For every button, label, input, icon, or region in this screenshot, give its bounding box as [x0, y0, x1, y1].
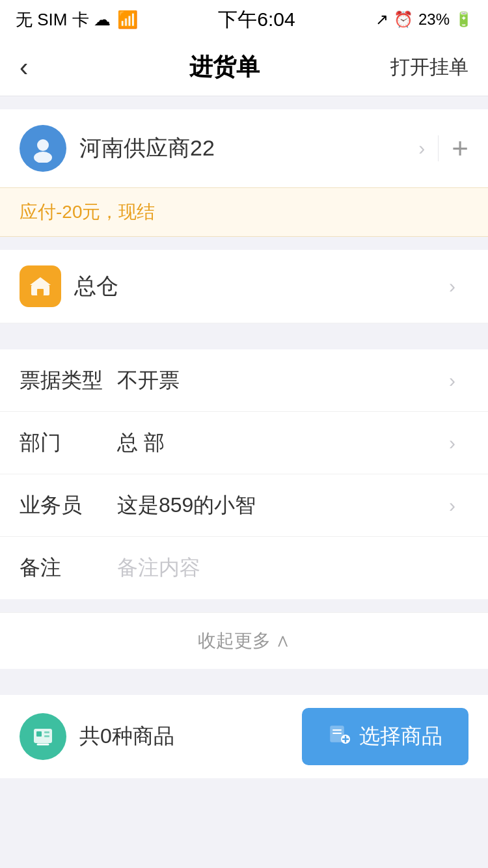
collapse-label: 收起更多 ∧ — [198, 629, 291, 653]
svg-rect-4 — [37, 289, 44, 295]
invoice-chevron-icon: › — [449, 370, 455, 392]
warehouse-row[interactable]: 总仓 › — [0, 250, 488, 323]
department-value: 总 部 — [104, 429, 449, 457]
notice-banner: 应付-20元，现结 — [0, 187, 488, 237]
status-left: 无 SIM 卡 ☁ 📶 — [16, 8, 138, 31]
sim-label: 无 SIM 卡 ☁ — [16, 8, 111, 31]
warehouse-chevron-icon: › — [449, 275, 455, 297]
status-time: 下午6:04 — [218, 7, 295, 33]
salesman-row[interactable]: 业务员 这是859的小智 › — [0, 474, 488, 537]
svg-point-1 — [34, 152, 52, 163]
wifi-icon: 📶 — [117, 10, 138, 30]
form-section: 票据类型 不开票 › 部门 总 部 › 业务员 这是859的小智 › 备注 备注… — [0, 349, 488, 599]
supplier-avatar — [20, 125, 66, 172]
salesman-chevron-icon: › — [449, 495, 455, 517]
product-bar: 共0种商品 选择商品 — [0, 695, 488, 778]
department-row[interactable]: 部门 总 部 › — [0, 412, 488, 474]
page-title: 进货单 — [189, 51, 260, 83]
select-product-button[interactable]: 选择商品 — [302, 708, 468, 765]
battery-icon: 🔋 — [455, 11, 472, 28]
invoice-type-row[interactable]: 票据类型 不开票 › — [0, 349, 488, 412]
supplier-name: 河南供应商22 — [79, 133, 418, 163]
salesman-label: 业务员 — [20, 491, 104, 520]
status-bar: 无 SIM 卡 ☁ 📶 下午6:04 ↗ ⏰ 23% 🔋 — [0, 0, 488, 39]
status-right: ↗ ⏰ 23% 🔋 — [375, 10, 472, 29]
salesman-value: 这是859的小智 — [104, 491, 449, 520]
warehouse-icon — [20, 265, 61, 307]
select-product-label: 选择商品 — [359, 722, 442, 751]
svg-rect-8 — [44, 735, 49, 737]
remark-input[interactable]: 备注内容 — [104, 554, 468, 582]
location-icon: ↗ — [375, 10, 388, 29]
vertical-divider — [438, 135, 439, 161]
svg-point-0 — [37, 139, 49, 151]
remark-row[interactable]: 备注 备注内容 — [0, 537, 488, 599]
supplier-chevron-icon: › — [418, 137, 425, 159]
svg-marker-3 — [30, 277, 51, 285]
department-chevron-icon: › — [449, 432, 455, 454]
section-gap-1 — [0, 96, 488, 109]
warehouse-name: 总仓 — [74, 271, 449, 301]
section-gap-3 — [0, 323, 488, 336]
supplier-row[interactable]: 河南供应商22 › + — [0, 109, 488, 187]
product-count: 共0种商品 — [79, 722, 302, 751]
section-gap-4 — [0, 669, 488, 682]
collapse-row[interactable]: 收起更多 ∧ — [0, 612, 488, 669]
back-button[interactable]: ‹ — [20, 53, 59, 82]
remark-label: 备注 — [20, 554, 104, 582]
select-product-icon — [328, 722, 351, 751]
battery-label: 23% — [418, 10, 450, 29]
svg-rect-7 — [44, 731, 49, 733]
supplier-section: 河南供应商22 › + 应付-20元，现结 — [0, 109, 488, 237]
nav-bar: ‹ 进货单 打开挂单 — [0, 39, 488, 96]
section-gap-2 — [0, 237, 488, 250]
add-button[interactable]: + — [452, 132, 468, 165]
open-pending-button[interactable]: 打开挂单 — [390, 54, 468, 81]
product-icon — [20, 713, 66, 760]
department-label: 部门 — [20, 429, 104, 457]
alarm-icon: ⏰ — [394, 10, 413, 29]
invoice-type-label: 票据类型 — [20, 366, 104, 395]
background-fill — [0, 778, 488, 868]
svg-rect-6 — [36, 731, 42, 737]
invoice-type-value: 不开票 — [104, 366, 449, 395]
